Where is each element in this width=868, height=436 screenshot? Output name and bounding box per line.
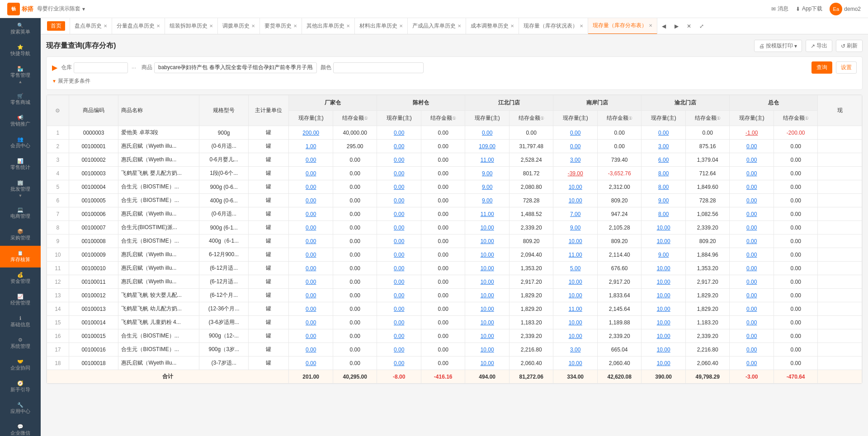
product-code: 00100009	[69, 248, 118, 262]
sidebar-item-search[interactable]: 🔍 搜索英单	[0, 18, 41, 40]
info-icon[interactable]: ①	[364, 116, 368, 121]
expand-conditions-btn[interactable]: ▼ 展开更多条件	[52, 77, 90, 85]
tab-assembly[interactable]: 组装拆卸单历史 ✕	[165, 18, 218, 34]
sidebar-item-nav[interactable]: ⭐ 快捷导航	[0, 40, 41, 61]
info-icon[interactable]: ①	[540, 116, 544, 121]
main-layout: 🔍 搜索英单 ⭐ 快捷导航 🏪 零售管理 ▲ 🛒 零售商城 📢 营销推广 👥 会…	[0, 18, 868, 436]
factory-amt: 295.00	[333, 140, 377, 153]
tab-branch-stock[interactable]: 分量盘点单历史 ✕	[112, 18, 165, 34]
jiangbei-qty: 11.00	[465, 153, 509, 167]
close-icon[interactable]: ✕	[649, 23, 652, 28]
sidebar-item-retail-stats[interactable]: 📊 零售统计	[0, 154, 41, 175]
topbar: 畅 标搭 母婴行业演示陈套 ▾ ✉ 消息 ⬇ App下载 Ea demo2	[0, 0, 868, 18]
user-area[interactable]: Ea demo2	[830, 3, 861, 15]
chencun-qty: 0.00	[377, 302, 421, 316]
sidebar-item-ecommerce[interactable]: 💻 电商管理	[0, 202, 41, 224]
tab-product-in[interactable]: 产成品入库单历史 ✕	[408, 18, 466, 34]
chevron-down-icon: ▾	[82, 6, 85, 12]
sidebar-item-marketing[interactable]: 📢 营销推广	[0, 110, 41, 132]
product-input[interactable]	[154, 62, 317, 73]
tab-other-out[interactable]: 其他出库单历史 ✕	[302, 18, 355, 34]
info-icon[interactable]: ①	[452, 116, 456, 121]
chencun-amt: 0.00	[421, 140, 465, 153]
close-icon[interactable]: ✕	[156, 23, 160, 28]
info-icon[interactable]: ①	[805, 116, 809, 121]
chencun-amt: 0.00	[421, 356, 465, 370]
message-btn[interactable]: ✉ 消息	[771, 5, 788, 13]
th-j-amt: 结存金额①	[509, 111, 553, 126]
sidebar-item-wholesale[interactable]: 🏢 批发管理 ▼	[0, 175, 41, 202]
org-selector[interactable]: 母婴行业演示陈套 ▾	[37, 5, 85, 13]
tab-requisition[interactable]: 要货单历史 ✕	[260, 18, 302, 34]
print-btn[interactable]: 🖨 按模版打印 ▾	[754, 40, 802, 52]
factory-qty: 0.00	[289, 180, 333, 194]
nanan-amt: 676.60	[597, 262, 642, 275]
query-btn[interactable]: 查询	[811, 61, 832, 74]
total-qty: 0.00	[730, 194, 774, 207]
collapse-arrow[interactable]: ▶	[52, 63, 57, 72]
warehouse-input[interactable]	[74, 62, 128, 73]
info-icon[interactable]: ①	[628, 116, 632, 121]
sidebar-item-finance[interactable]: 💰 资金管理	[0, 267, 41, 289]
sidebar-item-wechat-work[interactable]: 💬 企业微信	[0, 419, 41, 436]
expand-indicator-2: ▼	[19, 193, 23, 198]
sidebar-item-basic-info[interactable]: ℹ 基础信息	[0, 311, 41, 333]
close-icon[interactable]: ✕	[293, 23, 297, 28]
close-icon[interactable]: ✕	[580, 23, 583, 28]
sidebar-item-members[interactable]: 👥 会员中心	[0, 132, 41, 154]
sidebar-item-operations[interactable]: 📈 经营管理	[0, 289, 41, 311]
refresh-btn[interactable]: ↺ 刷新	[836, 40, 863, 52]
tab-next-btn[interactable]: ▶	[670, 18, 683, 34]
jiangbei-qty: 10.00	[465, 302, 509, 316]
sidebar-item-sys[interactable]: ⚙ 系统管理	[0, 333, 41, 354]
total-qty: 0.00	[730, 153, 774, 167]
factory-amt: 0.00	[333, 221, 377, 234]
export-btn[interactable]: ↗ 导出	[806, 40, 832, 52]
tab-prev-btn[interactable]: ◀	[657, 18, 670, 34]
tab-stock-dist[interactable]: 现存量（库存分布表） ✕	[588, 18, 657, 34]
th-f-qty: 现存量(主)	[289, 111, 333, 126]
close-icon[interactable]: ✕	[458, 23, 461, 28]
sidebar-item-corp[interactable]: 🤝 企业协同	[0, 354, 41, 376]
nanan-amt: 947.24	[597, 207, 642, 221]
close-icon[interactable]: ✕	[104, 23, 107, 28]
close-icon[interactable]: ✕	[510, 23, 514, 28]
home-label: 首页	[47, 21, 65, 31]
product-spec: 900g (6-1...	[199, 221, 249, 234]
sidebar-item-retail-mgmt[interactable]: 🏪 零售管理 ▲	[0, 61, 41, 89]
close-icon[interactable]: ✕	[209, 23, 213, 28]
sidebar-item-purchase[interactable]: 📦 采购管理	[0, 224, 41, 246]
tab-expand-btn[interactable]: ⤢	[695, 18, 708, 34]
close-icon[interactable]: ✕	[399, 23, 403, 28]
tab-stock-status[interactable]: 现存量（库存状况表） ✕	[519, 18, 588, 34]
inventory-table: ⚙ 商品编码 商品名称 规格型号 主计量单位 厂家仓 陈村仓 江北门店 南岸门店…	[47, 95, 862, 384]
th-y-amt: 结存金额①	[685, 111, 730, 126]
chencun-amt: 0.00	[421, 221, 465, 234]
sidebar-item-app-center[interactable]: 🔧 应用中心	[0, 398, 41, 419]
info-icon[interactable]: ①	[717, 116, 721, 121]
jiangbei-amt: 1,829.20	[509, 302, 553, 316]
close-icon[interactable]: ✕	[346, 23, 350, 28]
yubei-qty: 10.00	[642, 234, 686, 248]
sidebar-item-inventory[interactable]: 📋 库存核算	[0, 246, 41, 267]
current	[818, 153, 862, 167]
table-row: 1600100015合生元（BIOSTIME）...900g（12-...罐0.…	[47, 329, 862, 343]
tab-transfer[interactable]: 调拨单历史 ✕	[218, 18, 260, 34]
tab-cost-adjust[interactable]: 成本调整单历史 ✕	[466, 18, 519, 34]
tab-stock-history[interactable]: 盘点单历史 ✕	[70, 18, 112, 34]
color-input[interactable]	[333, 62, 424, 73]
nanan-amt: 2,917.20	[597, 275, 642, 289]
sidebar-item-retail-mall[interactable]: 🛒 零售商城	[0, 89, 41, 110]
sidebar-item-guide[interactable]: 🧭 新手引导	[0, 376, 41, 398]
setting-btn[interactable]: 设置	[836, 61, 857, 74]
total-amt: 0.00	[774, 180, 818, 194]
chevron-down-icon: ▾	[794, 43, 797, 49]
total-qty: 0.00	[730, 167, 774, 180]
gear-icon[interactable]: ⚙	[55, 108, 60, 114]
app-download-btn[interactable]: ⬇ App下载	[796, 5, 822, 13]
warehouse-dots-btn[interactable]: ···	[130, 65, 138, 71]
tab-home[interactable]: 首页	[42, 18, 70, 34]
tab-material-out[interactable]: 材料出库单历史 ✕	[355, 18, 408, 34]
close-icon[interactable]: ✕	[251, 23, 255, 28]
tab-close-btn[interactable]: ✕	[683, 18, 695, 34]
